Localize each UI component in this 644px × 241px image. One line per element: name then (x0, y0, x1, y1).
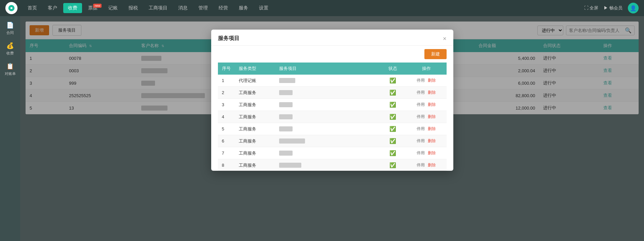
top-navigation: 首页 客户 收费 票据 new 记账 报税 工商项目 消息 管理 经营 服务 设… (0, 0, 644, 16)
dlg-cell-seq: 6 (218, 135, 235, 147)
dlg-cell-seq: 5 (218, 123, 235, 135)
dlg-col-type: 服务类型 (235, 63, 275, 75)
dlg-cell-actions: 停用 删除 (406, 135, 447, 147)
dlg-cell-actions: 停用 删除 (406, 147, 447, 159)
nav-item-industry[interactable]: 工商项目 (144, 3, 172, 13)
dialog-table-row: 1 代理记账 ████1 ✅ 停用 删除 (218, 75, 447, 87)
status-check-icon: ✅ (389, 114, 396, 120)
dlg-col-action: 操作 (406, 63, 447, 75)
disable-button[interactable]: 停用 (417, 90, 425, 95)
dlg-cell-seq: 8 (218, 159, 235, 171)
dlg-cell-item: ████注册 (275, 159, 379, 171)
dlg-cell-seq: 3 (218, 99, 235, 111)
dlg-cell-type: 工商服务 (235, 87, 275, 99)
delete-button[interactable]: 删除 (428, 138, 436, 143)
dialog-table-row: 6 工商服务 ████████ ✅ 停用 删除 (218, 135, 447, 147)
delete-button[interactable]: 删除 (428, 151, 436, 155)
member-btn[interactable]: ▶ 畅会员 (604, 5, 622, 11)
status-check-icon: ✅ (389, 126, 396, 132)
dlg-cell-item: ████ (275, 123, 379, 135)
dlg-cell-type: 工商服务 (235, 147, 275, 159)
delete-button[interactable]: 删除 (428, 90, 436, 95)
sidebar-item-statement[interactable]: 📋 对账单 (1, 60, 19, 79)
dlg-cell-type: 工商服务 (235, 135, 275, 147)
nav-item-message[interactable]: 消息 (174, 3, 192, 13)
delete-button[interactable]: 删除 (428, 78, 436, 83)
disable-button[interactable]: 停用 (417, 114, 425, 119)
avatar[interactable]: 👤 (628, 3, 639, 13)
dlg-cell-item: ████ (275, 111, 379, 123)
dialog-table-row: 3 工商服务 ████ ✅ 停用 删除 (218, 99, 447, 111)
dlg-cell-type: 工商服务 (235, 111, 275, 123)
sidebar-item-contract[interactable]: 📄 合同 (1, 19, 19, 38)
dlg-cell-item: ████1 (275, 75, 379, 87)
nav-item-manage[interactable]: 管理 (194, 3, 213, 13)
content-area: 新增 服务项目 进行中 全部 已终止 🔍 (20, 16, 644, 241)
overlay: 服务项目 × 新建 序号 服务类型 服务项目 状态 (20, 16, 644, 241)
create-button[interactable]: 新建 (424, 49, 447, 59)
dialog-table-row: 4 工商服务 ████ ✅ 停用 删除 (218, 111, 447, 123)
nav-item-tax[interactable]: 报税 (124, 3, 143, 13)
dlg-cell-item: ████████ (275, 135, 379, 147)
nav-item-service[interactable]: 服务 (234, 3, 253, 13)
dlg-cell-status: ✅ (379, 111, 406, 123)
dlg-cell-status: ✅ (379, 75, 406, 87)
dlg-cell-item: ████ (275, 99, 379, 111)
dlg-cell-item: ████ (275, 87, 379, 99)
status-check-icon: ✅ (389, 90, 396, 95)
disable-button[interactable]: 停用 (417, 138, 425, 143)
statement-icon: 📋 (6, 63, 14, 70)
app-logo (5, 2, 17, 14)
dlg-cell-status: ✅ (379, 159, 406, 171)
dlg-cell-actions: 停用 删除 (406, 75, 447, 87)
dialog-table-row: 8 工商服务 ████注册 ✅ 停用 删除 (218, 159, 447, 171)
dlg-cell-status: ✅ (379, 99, 406, 111)
dialog-table-row: 5 工商服务 ████ ✅ 停用 删除 (218, 123, 447, 135)
dlg-cell-status: ✅ (379, 135, 406, 147)
dlg-col-status: 状态 (379, 63, 406, 75)
close-button[interactable]: × (443, 36, 447, 42)
status-check-icon: ✅ (389, 150, 396, 156)
sidebar-item-fee[interactable]: 💰 收费 (1, 39, 19, 58)
disable-button[interactable]: 停用 (417, 163, 425, 167)
delete-button[interactable]: 删除 (428, 114, 436, 119)
service-dialog: 服务项目 × 新建 序号 服务类型 服务项目 状态 (211, 30, 453, 171)
dialog-body[interactable]: 序号 服务类型 服务项目 状态 操作 1 代理记账 ████1 ✅ 停用 删除 … (211, 63, 453, 171)
dlg-col-seq: 序号 (218, 63, 235, 75)
dlg-cell-actions: 停用 删除 (406, 123, 447, 135)
disable-button[interactable]: 停用 (417, 126, 425, 131)
main-layout: 📄 合同 💰 收费 📋 对账单 新增 服务项目 进行中 全部 已终止 (0, 16, 644, 241)
nav-item-client[interactable]: 客户 (43, 3, 62, 13)
delete-button[interactable]: 删除 (428, 126, 436, 131)
dlg-cell-type: 工商服务 (235, 159, 275, 171)
top-nav-right: ⛶ 全屏 ▶ 畅会员 👤 (584, 3, 639, 13)
nav-item-ticket[interactable]: 票据 new (83, 3, 102, 13)
nav-item-settings[interactable]: 设置 (254, 3, 273, 13)
dlg-cell-status: ✅ (379, 147, 406, 159)
disable-button[interactable]: 停用 (417, 78, 425, 83)
nav-item-business[interactable]: 经营 (214, 3, 233, 13)
dialog-header: 服务项目 × (211, 30, 453, 46)
nav-item-home[interactable]: 首页 (23, 3, 42, 13)
nav-item-fee[interactable]: 收费 (63, 3, 82, 13)
dialog-toolbar: 新建 (211, 46, 453, 63)
disable-button[interactable]: 停用 (417, 102, 425, 107)
dialog-table-row: 7 工商服务 ████ ✅ 停用 删除 (218, 147, 447, 159)
fee-icon: 💰 (6, 42, 14, 49)
dlg-cell-status: ✅ (379, 123, 406, 135)
dlg-cell-type: 代理记账 (235, 75, 275, 87)
dlg-cell-seq: 7 (218, 147, 235, 159)
dialog-table: 序号 服务类型 服务项目 状态 操作 1 代理记账 ████1 ✅ 停用 删除 … (218, 63, 447, 171)
delete-button[interactable]: 删除 (428, 102, 436, 107)
fullscreen-btn[interactable]: ⛶ 全屏 (584, 5, 599, 11)
dlg-cell-status: ✅ (379, 87, 406, 99)
dlg-cell-seq: 1 (218, 75, 235, 87)
delete-button[interactable]: 删除 (428, 163, 436, 167)
dlg-cell-item: ████ (275, 147, 379, 159)
dialog-table-row: 2 工商服务 ████ ✅ 停用 删除 (218, 87, 447, 99)
dlg-cell-type: 工商服务 (235, 123, 275, 135)
contract-icon: 📄 (6, 22, 14, 29)
nav-item-accounting[interactable]: 记账 (104, 3, 122, 13)
disable-button[interactable]: 停用 (417, 151, 425, 155)
dlg-cell-actions: 停用 删除 (406, 99, 447, 111)
